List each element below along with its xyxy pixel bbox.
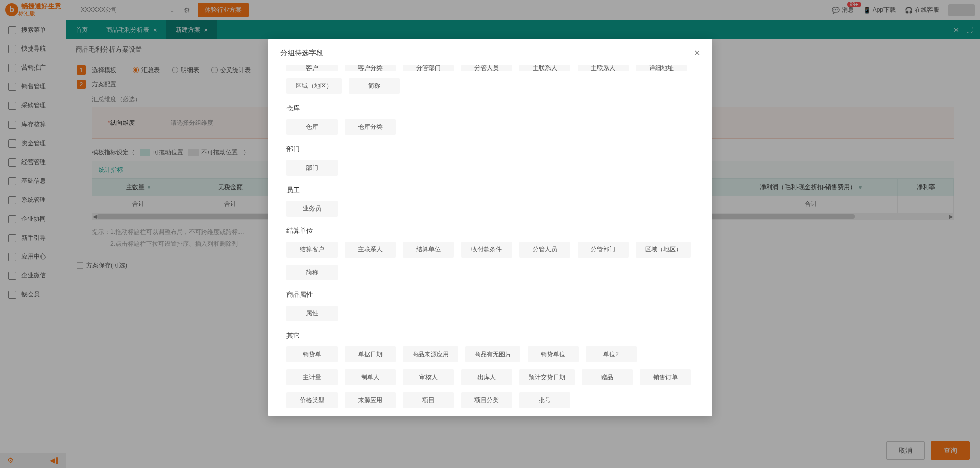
field-chip[interactable]: 区域（地区） (636, 242, 691, 258)
field-chip[interactable]: 简称 (349, 78, 400, 94)
field-chip[interactable]: 批号 (519, 392, 570, 408)
field-chip-row: 业务员 (286, 201, 694, 217)
field-group-title: 结算单位 (286, 227, 694, 236)
field-chip-label: 主联系人 (591, 65, 615, 71)
field-chip[interactable]: 销货单 (286, 346, 338, 362)
field-chip[interactable]: 主联系人 (578, 65, 629, 71)
field-chip[interactable]: 来源应用 (345, 392, 396, 408)
modal-body[interactable]: 客户客户分类分管部门分管人员主联系人主联系人详细地址区域（地区）简称仓库仓库仓库… (268, 63, 712, 416)
field-chip-label: 分管部门 (416, 65, 441, 71)
modal-close-icon[interactable]: ✕ (694, 48, 700, 58)
field-chip[interactable]: 单位2 (586, 346, 637, 362)
field-chip[interactable]: 客户分类 (345, 65, 396, 71)
field-chip-row: 属性 (286, 306, 694, 321)
field-chip[interactable]: 商品有无图片 (465, 346, 520, 362)
field-group-title: 部门 (286, 145, 694, 154)
field-chip[interactable]: 详细地址 (636, 65, 687, 71)
field-group: 区域（地区）简称 (286, 78, 694, 94)
field-group-title: 其它 (286, 332, 694, 340)
field-chip[interactable]: 业务员 (286, 201, 338, 217)
field-chip-row-partial: 客户客户分类分管部门分管人员主联系人主联系人详细地址 (286, 65, 694, 71)
field-chip[interactable]: 审核人 (403, 369, 454, 385)
field-chip[interactable]: 结算客户 (286, 242, 338, 258)
field-group: 结算单位结算客户主联系人结算单位收付款条件分管人员分管部门区域（地区）简称 (286, 227, 694, 280)
field-chip[interactable]: 商品来源应用 (403, 346, 458, 362)
field-chip[interactable]: 收付款条件 (461, 242, 512, 258)
field-group: 商品属性属性 (286, 291, 694, 321)
field-chip[interactable]: 分管部门 (578, 242, 629, 258)
field-chip[interactable]: 仓库分类 (345, 119, 396, 135)
field-chip-label: 客户 (306, 65, 318, 71)
field-chip[interactable]: 销售订单 (640, 369, 691, 385)
field-chip-label: 详细地址 (649, 65, 674, 71)
field-group: 其它销货单单据日期商品来源应用商品有无图片销货单位单位2主计量制单人审核人出库人… (286, 332, 694, 408)
field-chip-row: 仓库仓库分类 (286, 119, 694, 135)
field-group: 仓库仓库仓库分类 (286, 104, 694, 135)
modal-title: 分组待选字段 (280, 49, 323, 58)
field-group-title: 仓库 (286, 104, 694, 113)
field-chip[interactable]: 主联系人 (345, 242, 396, 258)
field-group: 员工业务员 (286, 186, 694, 217)
field-chip[interactable]: 分管人员 (519, 242, 570, 258)
field-chip[interactable]: 主计量 (286, 369, 338, 385)
field-group-title: 员工 (286, 186, 694, 195)
field-chip-row: 部门 (286, 160, 694, 176)
field-chip-row: 结算客户主联系人结算单位收付款条件分管人员分管部门区域（地区）简称 (286, 242, 694, 280)
field-select-modal: 分组待选字段 ✕ 客户客户分类分管部门分管人员主联系人主联系人详细地址区域（地区… (268, 39, 712, 416)
field-chip-label: 分管人员 (474, 65, 499, 71)
field-group-title: 商品属性 (286, 291, 694, 299)
field-chip[interactable]: 价格类型 (286, 392, 338, 408)
field-chip[interactable]: 仓库 (286, 119, 338, 135)
field-group: 部门部门 (286, 145, 694, 176)
field-chip[interactable]: 赠品 (582, 369, 633, 385)
field-chip[interactable]: 项目 (403, 392, 454, 408)
field-chip[interactable]: 项目分类 (461, 392, 512, 408)
field-chip[interactable]: 结算单位 (403, 242, 454, 258)
field-chip-label: 客户分类 (358, 65, 383, 71)
field-chip[interactable]: 分管人员 (461, 65, 512, 71)
field-chip[interactable]: 出库人 (461, 369, 512, 385)
field-chip[interactable]: 单据日期 (345, 346, 396, 362)
field-chip[interactable]: 制单人 (345, 369, 396, 385)
field-chip[interactable]: 客户 (286, 65, 338, 71)
field-chip[interactable]: 区域（地区） (286, 78, 342, 94)
field-chip-row: 销货单单据日期商品来源应用商品有无图片销货单位单位2主计量制单人审核人出库人预计… (286, 346, 694, 408)
field-chip-label: 主联系人 (533, 65, 557, 71)
field-chip[interactable]: 部门 (286, 160, 338, 176)
field-chip[interactable]: 主联系人 (519, 65, 570, 71)
field-chip-row: 区域（地区）简称 (286, 78, 694, 94)
field-chip[interactable]: 分管部门 (403, 65, 454, 71)
field-chip[interactable]: 简称 (286, 265, 338, 280)
field-chip[interactable]: 属性 (286, 306, 338, 321)
field-chip[interactable]: 预计交货日期 (519, 369, 575, 385)
field-chip[interactable]: 销货单位 (528, 346, 579, 362)
